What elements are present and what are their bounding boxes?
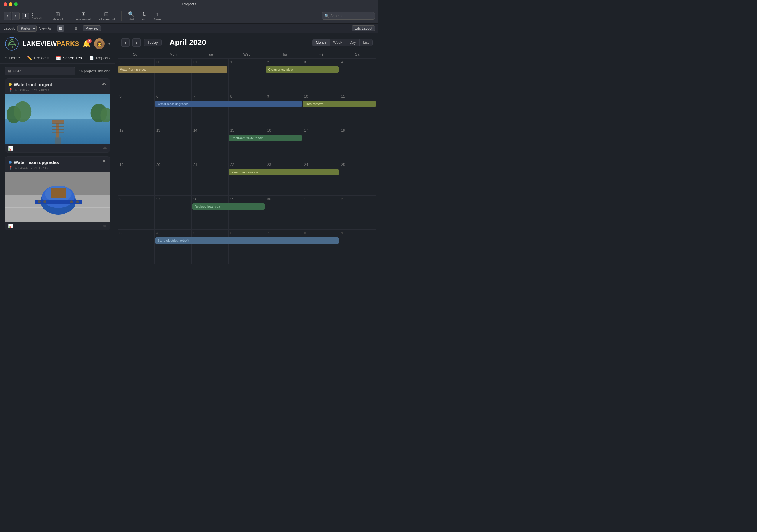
cell-apr4[interactable]: 4 xyxy=(339,59,376,93)
cell-apr22[interactable]: 22 xyxy=(228,161,265,195)
user-chevron-icon[interactable]: ▾ xyxy=(108,42,110,46)
cell-apr2[interactable]: 2 xyxy=(265,59,302,93)
event-tree-removal[interactable]: Tree removal xyxy=(303,101,376,107)
show-all-button[interactable]: ⊞ Show All xyxy=(50,10,65,22)
close-button[interactable] xyxy=(4,2,7,6)
cell-may9[interactable]: 9 xyxy=(339,230,376,264)
cell-may7[interactable]: 7 xyxy=(265,230,302,264)
view-list-icon[interactable]: ≡ xyxy=(65,25,72,32)
cell-apr9[interactable]: 9 xyxy=(265,93,302,127)
cell-may1[interactable]: 1 xyxy=(302,196,339,230)
cell-apr12[interactable]: 12 xyxy=(118,127,155,161)
cell-apr3[interactable]: 3 xyxy=(302,59,339,93)
search-input[interactable] xyxy=(330,14,372,18)
chart-icon-2[interactable]: 📊 xyxy=(8,224,13,229)
edit-layout-button[interactable]: Edit Layout xyxy=(352,25,375,31)
view-week-button[interactable]: Week xyxy=(330,39,346,46)
cell-apr5[interactable]: 5 xyxy=(118,93,155,127)
cell-may3[interactable]: 3 xyxy=(118,230,155,264)
event-waterfront[interactable]: Waterfront project xyxy=(118,66,227,73)
project-title-row-2: Water main upgrades xyxy=(9,160,59,165)
preview-button[interactable]: Preview xyxy=(83,25,101,31)
cell-apr6[interactable]: 6 xyxy=(155,93,192,127)
filter-input[interactable]: ⊞ Filter... xyxy=(5,67,76,76)
cell-apr23[interactable]: 23 xyxy=(265,161,302,195)
view-list-button[interactable]: List xyxy=(360,39,372,46)
cell-apr7[interactable]: 7 xyxy=(192,93,228,127)
cell-apr17[interactable]: 17 xyxy=(302,127,339,161)
cell-apr11[interactable]: 11 xyxy=(339,93,376,127)
nav-schedules-label: Schedules xyxy=(63,56,82,60)
cell-may6[interactable]: 6 xyxy=(228,230,265,264)
calendar-prev-button[interactable]: ‹ xyxy=(121,39,130,47)
chart-icon[interactable]: 📊 xyxy=(8,146,13,151)
cell-apr1[interactable]: 1 xyxy=(228,59,265,93)
view-table-icon[interactable]: ⊞ xyxy=(57,25,64,32)
cell-mar30[interactable]: 30 xyxy=(155,59,192,93)
minimize-button[interactable] xyxy=(9,2,13,6)
cell-apr10[interactable]: 10 xyxy=(302,93,339,127)
delete-record-button[interactable]: ⊟ Delete Record xyxy=(96,10,117,22)
eye-icon[interactable]: 👁 xyxy=(102,82,106,87)
nav-reports[interactable]: 📄 Reports xyxy=(89,53,110,63)
cell-apr8[interactable]: 8 xyxy=(228,93,265,127)
coords-text: 37.808897, -121.748214 xyxy=(14,88,49,92)
project-image-waterfront xyxy=(5,94,110,144)
cell-may2[interactable]: 2 xyxy=(339,196,376,230)
layout-select[interactable]: Parks xyxy=(17,25,37,32)
today-button[interactable]: Today xyxy=(144,39,162,46)
cell-apr29[interactable]: 29 xyxy=(228,196,265,230)
calendar-area: ‹ › Today April 2020 Month Week Day List… xyxy=(115,33,378,266)
cell-may4[interactable]: 4 xyxy=(155,230,192,264)
cell-apr13[interactable]: 13 xyxy=(155,127,192,161)
watermain-image-svg xyxy=(5,172,110,222)
sort-button[interactable]: ⇅ Sort xyxy=(139,10,149,22)
cell-apr15[interactable]: 15 xyxy=(228,127,265,161)
maximize-button[interactable] xyxy=(14,2,18,6)
find-button[interactable]: 🔍 Find xyxy=(126,10,137,22)
search-icon: 🔍 xyxy=(324,14,329,18)
user-avatar[interactable]: 👩 xyxy=(94,39,105,49)
cell-mar31[interactable]: 31 xyxy=(192,59,228,93)
nav-home[interactable]: ⌂ Home xyxy=(5,53,20,63)
cell-apr28[interactable]: 28 xyxy=(192,196,228,230)
cell-apr21[interactable]: 21 xyxy=(192,161,228,195)
edit-icon[interactable]: ✏ xyxy=(104,146,107,151)
cell-apr19[interactable]: 19 xyxy=(118,161,155,195)
cell-apr18[interactable]: 18 xyxy=(339,127,376,161)
event-restroom[interactable]: Restroom #502 repair xyxy=(229,135,302,141)
cell-apr25[interactable]: 25 xyxy=(339,161,376,195)
new-record-button[interactable]: ⊞ New Record xyxy=(74,10,93,22)
cell-may8[interactable]: 8 xyxy=(302,230,339,264)
cell-mar29[interactable]: 29 xyxy=(118,59,155,93)
eye-icon-2[interactable]: 👁 xyxy=(102,160,106,165)
event-electrical[interactable]: Store electrical retrofit xyxy=(155,237,339,244)
cell-apr30[interactable]: 30 xyxy=(265,196,302,230)
cell-apr26[interactable]: 26 xyxy=(118,196,155,230)
nav-schedules[interactable]: 📅 Schedules xyxy=(56,53,82,63)
nav-projects[interactable]: ✏️ Projects xyxy=(27,53,49,63)
view-day-button[interactable]: Day xyxy=(346,39,360,46)
event-clean-snow[interactable]: Clean snow plow xyxy=(266,66,339,73)
event-water-main[interactable]: Water main upgrades xyxy=(155,101,302,107)
edit-icon-2[interactable]: ✏ xyxy=(104,224,107,229)
cell-apr20[interactable]: 20 xyxy=(155,161,192,195)
view-grid-icon[interactable]: ⊟ xyxy=(73,25,79,32)
cell-apr24[interactable]: 24 xyxy=(302,161,339,195)
search-box[interactable]: 🔍 xyxy=(322,12,375,19)
share-button[interactable]: ↑ Share xyxy=(151,10,163,22)
notification-bell[interactable]: 🔔 3 xyxy=(82,40,90,47)
calendar-view-buttons: Month Week Day List xyxy=(312,39,373,46)
event-bear-box[interactable]: Replace bear box xyxy=(192,203,265,210)
calendar-next-button[interactable]: › xyxy=(133,39,141,47)
project-title-2: Water main upgrades xyxy=(14,160,59,165)
show-all-icon: ⊞ xyxy=(56,11,60,17)
prev-record-button[interactable]: ‹ xyxy=(4,12,11,20)
view-month-button[interactable]: Month xyxy=(312,39,329,46)
next-record-button[interactable]: › xyxy=(12,12,19,20)
cell-apr16[interactable]: 16 xyxy=(265,127,302,161)
cell-apr27[interactable]: 27 xyxy=(155,196,192,230)
cell-may5[interactable]: 5 xyxy=(192,230,228,264)
event-fleet[interactable]: Fleet maintenance xyxy=(229,169,339,175)
cell-apr14[interactable]: 14 xyxy=(192,127,228,161)
